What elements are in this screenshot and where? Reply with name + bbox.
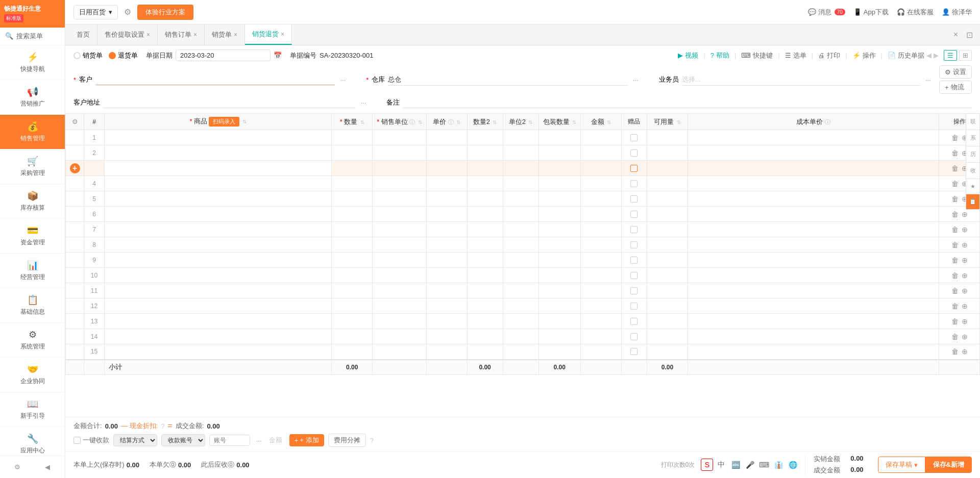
row10-delete[interactable]: 🗑 bbox=[951, 271, 959, 280]
address-input[interactable] bbox=[103, 97, 355, 108]
sidebar-settings-btn[interactable]: ⚙ bbox=[4, 460, 31, 474]
video-btn[interactable]: ▶ 视频 bbox=[678, 51, 698, 60]
account-select[interactable]: 收款账号 bbox=[161, 434, 205, 446]
row9-copy[interactable]: ⊕ bbox=[962, 256, 968, 264]
float-btn-4[interactable]: 收 bbox=[966, 163, 980, 179]
onepay-cb[interactable] bbox=[74, 437, 81, 444]
row6-cb[interactable] bbox=[630, 211, 638, 218]
row3-product[interactable] bbox=[105, 161, 332, 176]
sidebar-item-system[interactable]: ⚙ 系统管理 bbox=[0, 323, 65, 358]
row4-cb[interactable] bbox=[630, 180, 638, 187]
row2-gift-checkbox[interactable] bbox=[630, 149, 638, 157]
row11-copy[interactable]: ⊕ bbox=[962, 287, 968, 295]
row1-price[interactable] bbox=[426, 130, 467, 145]
taskbar-icon-5[interactable]: ⌨ bbox=[758, 459, 770, 471]
sidebar-item-collab[interactable]: 🤝 企业协同 bbox=[0, 358, 65, 392]
available-sort-icon[interactable]: ⇅ bbox=[677, 119, 681, 125]
select-btn[interactable]: ☰ 选单 bbox=[785, 51, 806, 60]
sidebar-item-base[interactable]: 📋 基础信息 bbox=[0, 288, 65, 323]
radio-sales-bill[interactable]: 销货单 bbox=[74, 51, 103, 60]
taskbar-icon-2[interactable]: 中 bbox=[715, 459, 727, 471]
float-btn-3[interactable]: 历 bbox=[966, 146, 980, 163]
sidebar-item-marketing[interactable]: 📢 营销推广 bbox=[0, 80, 65, 115]
row8-copy[interactable]: ⊕ bbox=[962, 241, 968, 249]
account-dots-btn[interactable]: ··· bbox=[256, 437, 262, 444]
row2-packqty[interactable] bbox=[538, 145, 580, 161]
row15-copy[interactable]: ⊕ bbox=[962, 347, 968, 356]
row8-delete[interactable]: 🗑 bbox=[951, 241, 959, 249]
save-new-button[interactable]: 保存&新增 bbox=[925, 457, 972, 473]
date-input[interactable] bbox=[176, 49, 271, 61]
product-sort-icon[interactable]: ⇅ bbox=[242, 119, 247, 124]
help-btn[interactable]: ? 帮助 bbox=[710, 51, 729, 60]
row1-qty2[interactable] bbox=[467, 130, 503, 145]
experience-button[interactable]: 体验行业方案 bbox=[137, 5, 193, 20]
row1-packqty[interactable] bbox=[538, 130, 580, 145]
row8-cb[interactable] bbox=[630, 241, 638, 248]
taskbar-icon-6[interactable]: 👔 bbox=[772, 459, 785, 471]
row1-qty[interactable] bbox=[332, 130, 373, 145]
print-btn[interactable]: 🖨 打印 bbox=[818, 51, 840, 60]
sidebar-item-appstore[interactable]: 🔧 应用中心 bbox=[0, 427, 65, 456]
tab-sales-order[interactable]: 销售订单 × bbox=[158, 25, 205, 44]
taskbar-icon-7[interactable]: 🌐 bbox=[787, 459, 799, 471]
row3-packqty[interactable] bbox=[538, 161, 580, 176]
calendar-icon[interactable]: 📅 bbox=[274, 52, 282, 59]
tab-home[interactable]: 首页 bbox=[69, 25, 97, 44]
unit-sort-icon[interactable]: ⇅ bbox=[418, 119, 422, 125]
row15-delete[interactable]: 🗑 bbox=[951, 347, 959, 356]
row2-unit2[interactable] bbox=[503, 145, 538, 161]
row1-amount[interactable] bbox=[580, 130, 621, 145]
row2-qty2[interactable] bbox=[467, 145, 503, 161]
row10-copy[interactable]: ⊕ bbox=[962, 271, 968, 280]
radio-return[interactable]: 退货单 bbox=[109, 51, 138, 60]
sidebar-item-finance[interactable]: 💳 资金管理 bbox=[0, 219, 65, 254]
row15-cb[interactable] bbox=[630, 348, 638, 355]
row3-price[interactable] bbox=[426, 161, 467, 176]
row3-qty[interactable] bbox=[332, 161, 373, 176]
row1-unit2[interactable] bbox=[503, 130, 538, 145]
costprice-info-icon[interactable]: ⓘ bbox=[825, 119, 830, 125]
history-nav-prev[interactable]: ◀ bbox=[926, 52, 932, 59]
app-download-btn[interactable]: 📱 App下载 bbox=[853, 8, 889, 17]
row2-unit[interactable] bbox=[373, 145, 426, 161]
taskbar-icon-4[interactable]: 🎤 bbox=[744, 459, 756, 471]
user-menu[interactable]: 👤 徐泽华 bbox=[942, 8, 972, 17]
online-service-btn[interactable]: 🎧 在线客服 bbox=[897, 8, 934, 17]
row3-unit2[interactable] bbox=[503, 161, 538, 176]
amount-sort-icon[interactable]: ⇅ bbox=[607, 119, 611, 125]
onepay-checkbox[interactable]: 一键收款 bbox=[74, 436, 109, 445]
tabs-restore[interactable]: ⊡ bbox=[963, 29, 976, 41]
row6-delete[interactable]: 🗑 bbox=[951, 210, 959, 218]
sidebar-item-shortcuts[interactable]: ⚡ 快捷导航 bbox=[0, 45, 65, 80]
split-question-icon[interactable]: ? bbox=[370, 437, 374, 444]
fee-split-button[interactable]: 费用分摊 bbox=[328, 434, 366, 447]
qty-sort-icon[interactable]: ⇅ bbox=[360, 119, 364, 125]
tabs-close-all[interactable]: × bbox=[950, 29, 961, 40]
customer-dots-btn[interactable]: ··· bbox=[340, 76, 346, 84]
row2-product[interactable] bbox=[105, 145, 332, 161]
sidebar-item-sales[interactable]: 💰 销售管理 bbox=[0, 115, 65, 149]
history-btn[interactable]: 📄 历史单据 ◀ ▶ bbox=[888, 51, 939, 60]
store-selector[interactable]: 日用百货 ▾ bbox=[74, 5, 118, 19]
question-icon[interactable]: ? bbox=[161, 422, 164, 430]
row2-price[interactable] bbox=[426, 145, 467, 161]
logistics-btn[interactable]: + 物流 bbox=[939, 81, 972, 94]
row1-unit[interactable] bbox=[373, 130, 426, 145]
row7-cb[interactable] bbox=[630, 226, 638, 233]
sidebar-item-guide[interactable]: 📖 新手引导 bbox=[0, 392, 65, 427]
salesperson-dots-btn[interactable]: ··· bbox=[925, 76, 931, 84]
topbar-settings-icon[interactable]: ⚙ bbox=[124, 7, 131, 17]
row3-unit[interactable] bbox=[373, 161, 426, 176]
shortcut-btn[interactable]: ⌨ 快捷键 bbox=[741, 51, 773, 60]
tab-sales-bill[interactable]: 销货单 × bbox=[205, 25, 245, 44]
scan-input-button[interactable]: 扫码录入 bbox=[209, 117, 239, 127]
row14-cb[interactable] bbox=[630, 333, 638, 340]
row3-delete-icon[interactable]: 🗑 bbox=[951, 164, 959, 172]
calc-method-select[interactable]: 结算方式 bbox=[113, 434, 157, 446]
unit-info-icon[interactable]: ⓘ bbox=[409, 119, 415, 125]
sidebar-search[interactable]: 🔍 搜索菜单 bbox=[0, 28, 65, 45]
row1-delete-icon[interactable]: 🗑 bbox=[951, 134, 959, 142]
row1-gift-checkbox[interactable] bbox=[630, 134, 638, 141]
taskbar-icon-1[interactable]: S bbox=[701, 459, 713, 471]
